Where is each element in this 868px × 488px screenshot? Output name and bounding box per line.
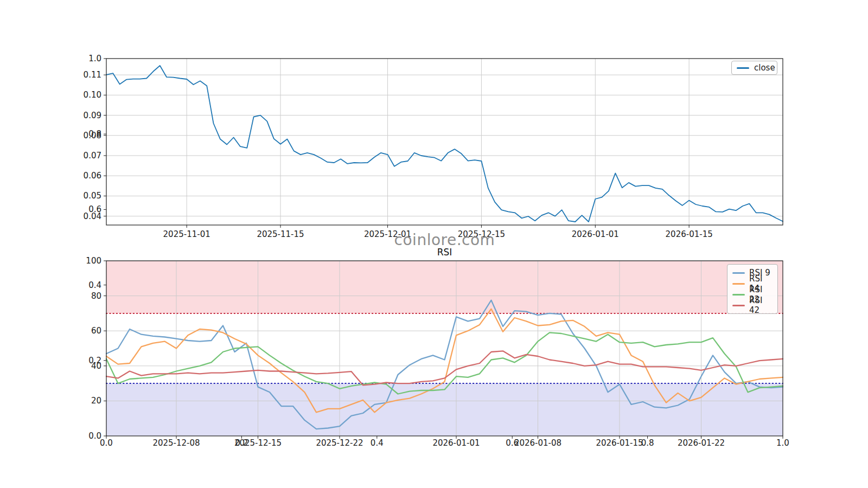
rsi-y-tick-label: 100 [86,256,101,266]
price-y-tick-label: 0.11 [84,70,101,80]
rsi-y-tick-label: 20 [91,396,101,406]
price-y-tick-label: 0.06 [84,171,101,181]
rsi-x-tick-label: 2025-12-08 [152,438,200,448]
rsi-x-tick-label: 2025-12-22 [316,438,363,448]
rsi-y-tick-label: 80 [91,291,101,301]
overbought-band [106,261,783,313]
overlay-x-tick-label: 0.0 [100,438,113,448]
rsi-x-tick-label: 2026-01-01 [432,438,480,448]
oversold-band [106,383,783,436]
rsi-y-tick-label: 60 [91,326,101,336]
price-y-tick-label: 0.05 [84,191,101,201]
close-line [106,66,783,222]
overlay-y-tick-label: 0.4 [88,280,101,290]
overlay-y-tick-label: 1.0 [88,54,101,63]
chart-figure: 0.110.100.090.080.070.060.050.042025-11-… [0,0,868,488]
price-y-tick-label: 0.07 [84,151,101,160]
overlay-x-tick-label: 0.8 [641,438,654,448]
price-plot-border [106,59,783,225]
close-line-sample [737,67,749,69]
price-y-tick-label: 0.10 [84,90,101,100]
overlay-x-tick-label: 0.6 [506,438,519,448]
price-legend: close [731,61,777,75]
overlay-y-tick-label: 0.2 [88,356,101,365]
legend-line-sample [732,294,745,296]
rsi-legend-label: RSI 42 [749,296,773,315]
rsi-legend-item: RSI 42 [732,300,773,311]
overlay-x-tick-label: 1.0 [776,438,789,448]
price-legend-label: close [754,63,775,73]
rsi-x-tick-label: 2026-01-22 [678,438,725,448]
overlay-y-tick-label: 0.6 [88,204,101,214]
legend-line-sample [732,283,745,285]
legend-line-sample [732,272,745,274]
overlay-y-tick-label: 0.8 [88,129,101,139]
rsi-x-tick-label: 2026-01-15 [596,438,643,448]
overlay-x-tick-label: 0.4 [371,438,384,448]
rsi-legend: RSI 9RSI 14RSI 22RSI 42 [727,264,778,314]
rsi-section-title: RSI [106,247,783,258]
legend-line-sample [732,305,745,306]
overlay-x-tick-label: 0.2 [235,438,248,448]
price-y-tick-label: 0.09 [84,111,101,120]
rsi-x-tick-label: 2026-01-08 [514,438,561,448]
